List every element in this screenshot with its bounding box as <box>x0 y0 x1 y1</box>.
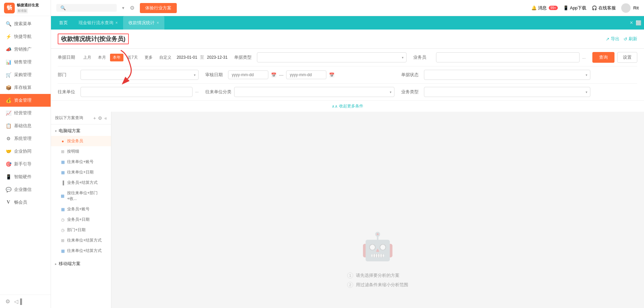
mobile-group-label: 移动端方案 <box>59 261 80 267</box>
date-tab-custom[interactable]: 自定义 <box>157 54 174 61</box>
group-arrow-right-icon: ▸ <box>55 262 57 266</box>
salesperson-more-btn[interactable]: ... <box>582 55 586 60</box>
panel-add-icon[interactable]: + <box>93 115 96 121</box>
header-actions: 🔔 消息 99+ 📱 App下载 🎧 在线客服 Rit <box>531 3 639 13</box>
scheme-item-by-salesperson[interactable]: ● 按业务员 <box>51 136 111 146</box>
table-icon-4: ▦ <box>60 207 65 212</box>
left-panel-actions: + ⚙ « <box>93 115 107 121</box>
audit-date-to-input[interactable] <box>286 70 326 79</box>
sidebar-item-quick-nav[interactable]: ⚡ 快捷导航 <box>0 30 51 43</box>
top-gear-icon[interactable]: ⚙ <box>130 5 135 11</box>
search-icon: 🔍 <box>5 21 11 27</box>
sidebar-item-search-menu[interactable]: 🔍 搜索菜单 <box>0 17 51 30</box>
date-label: 单据日期 <box>58 54 78 60</box>
cc-dropdown-icon: ▾ <box>390 90 391 94</box>
sidebar-item-enterprise[interactable]: 🤝 企业协同 <box>0 145 51 158</box>
tab-home[interactable]: 首页 <box>54 16 73 30</box>
tab-receipt-stat[interactable]: 收款情况统计 × <box>123 16 164 30</box>
biztype-select[interactable]: ▾ <box>424 87 590 97</box>
counterpart-more-btn[interactable]: ··· <box>195 90 199 94</box>
sidebar-item-finance[interactable]: 💰 资金管理 <box>0 94 51 107</box>
empty-tips: 1 请先选择要分析的方案 2 用过滤条件来缩小分析范围 <box>347 272 408 288</box>
sidebar-item-inventory[interactable]: 📦 库存核算 <box>0 81 51 94</box>
dept-select[interactable]: ▾ <box>80 70 199 80</box>
filter-area: 单据日期 上月 本月 本年 近7天 更多 自定义 2023-01-01 至 20… <box>51 49 644 100</box>
sidebar-item-basic-info[interactable]: 📋 基础信息 <box>0 119 51 132</box>
date-tab-this-year[interactable]: 本年 <box>110 54 123 61</box>
notification-area[interactable]: 🔔 消息 99+ <box>531 5 558 11</box>
sidebar-item-marketing[interactable]: 📣 营销推广 <box>0 43 51 56</box>
calendar-from-icon[interactable]: 📅 <box>271 72 276 78</box>
user-avatar <box>621 3 631 13</box>
sidebar-item-wechat[interactable]: 💬 企业微信 <box>0 183 51 196</box>
date-tab-last-month[interactable]: 上月 <box>80 54 94 61</box>
grid-icon-2: ⊞ <box>60 238 65 243</box>
salesperson-input[interactable] <box>436 52 580 62</box>
scheme-item-by-detail[interactable]: ⊞ 按明细 <box>51 146 111 157</box>
setting-button[interactable]: 设置 <box>617 52 637 63</box>
sidebar-item-guide[interactable]: 🎯 新手引导 <box>0 158 51 170</box>
date-tab-this-month[interactable]: 本月 <box>95 54 109 61</box>
trial-button[interactable]: 体验行业方案 <box>140 3 177 13</box>
scheme-item-salesperson-settlement[interactable]: ▐ 业务员+结算方式 <box>51 177 111 188</box>
sidebar-item-smart-hw[interactable]: 📱 智能硬件 <box>0 170 51 183</box>
app-download-area[interactable]: 📱 App下载 <box>563 5 586 11</box>
query-button[interactable]: 查询 <box>592 52 614 63</box>
scheme-group-mobile-header[interactable]: ▸ 移动端方案 <box>51 259 111 269</box>
doctype-label: 单据类型 <box>234 54 254 60</box>
online-service-area[interactable]: 🎧 在线客服 <box>592 5 616 11</box>
tab-close-all-icon[interactable]: × <box>630 20 633 26</box>
audit-date-from-input[interactable] <box>228 70 268 79</box>
panel-gear-icon[interactable]: ⚙ <box>98 115 102 121</box>
logo-icon: 畅 <box>4 3 15 13</box>
counterpart-filter-group: 往来单位 ··· <box>58 87 199 97</box>
scheme-item-salesperson-date[interactable]: ◷ 业务员+日期 <box>51 214 111 225</box>
scheme-group-desktop-header[interactable]: ▾ 电脑端方案 <box>51 126 111 136</box>
collapse-footer-icon[interactable]: ◁▐ <box>14 298 22 305</box>
left-panel: 按以下方案查询 + ⚙ « ▾ 电脑端方案 <box>51 112 111 308</box>
scheme-item-counterpart-settlement1[interactable]: ⊞ 往来单位+结算方式 <box>51 235 111 246</box>
scheme-item-counterpart-date[interactable]: ▦ 往来单位+日期 <box>51 167 111 177</box>
tab-close-receipt-stat[interactable]: × <box>157 20 159 25</box>
page-header-actions: ↗ 导出 ↺ 刷新 <box>606 36 637 42</box>
tab-bank-flow[interactable]: 现金银行流水查询 × <box>73 16 123 30</box>
collapse-button[interactable]: ∧∧ 收起更多条件 <box>51 100 644 112</box>
counterpart-class-select[interactable]: ▾ <box>234 87 394 97</box>
calendar-to-icon[interactable]: 📅 <box>329 72 334 78</box>
sidebar-item-vip[interactable]: V 畅会员 <box>0 196 51 209</box>
scheme-item-counterpart-settlement2[interactable]: ▦ 往来单位+结算方式 <box>51 246 111 256</box>
sidebar-item-purchase[interactable]: 🛒 采购管理 <box>0 68 51 81</box>
content-area: 按以下方案查询 + ⚙ « ▾ 电脑端方案 <box>51 112 644 308</box>
scheme-item-salesperson-account[interactable]: ▦ 业务员+账号 <box>51 204 111 214</box>
scheme-item-dept-date[interactable]: ◷ 部门+日期 <box>51 225 111 235</box>
chart-icon: ▐ <box>60 181 65 185</box>
main-panel: 🤖 1 请先选择要分析的方案 2 用过滤条件来缩小分析范围 <box>111 112 644 308</box>
group-arrow-down-icon: ▾ <box>55 129 57 133</box>
sidebar-item-operation[interactable]: 📈 经营管理 <box>0 107 51 119</box>
docstatus-select[interactable]: ▾ <box>424 70 590 80</box>
sidebar-item-system[interactable]: ⚙ 系统管理 <box>0 132 51 145</box>
date-tab-more[interactable]: 更多 <box>142 54 155 61</box>
dropdown-arrow-icon[interactable]: ▾ <box>122 5 124 10</box>
download-icon: 📱 <box>563 5 569 10</box>
tip-item-2: 2 用过滤条件来缩小分析范围 <box>347 282 408 288</box>
tab-close-bank-flow[interactable]: × <box>115 20 118 25</box>
dept-filter-group: 部门 ▾ <box>58 70 199 80</box>
header-search-bar[interactable]: 🔍 <box>56 4 117 12</box>
export-button[interactable]: ↗ 导出 <box>606 36 620 42</box>
date-from-display: 2023-01-01 <box>177 55 197 60</box>
sidebar-item-sales[interactable]: 📊 销售管理 <box>0 56 51 68</box>
settings-footer-icon[interactable]: ⚙ <box>5 298 10 305</box>
counterpart-input[interactable] <box>80 87 193 97</box>
tab-maximize-icon[interactable]: ⬜ <box>636 20 641 25</box>
date-tab-7days[interactable]: 近7天 <box>125 54 141 61</box>
scheme-item-counterpart-account[interactable]: ▦ 往来单位+账号 <box>51 157 111 167</box>
scheme-item-counterpart-dept[interactable]: ▦ 按往来单位+部门+收... <box>51 188 111 204</box>
doctype-select[interactable]: ▾ <box>257 52 407 62</box>
refresh-button[interactable]: ↺ 刷新 <box>624 36 637 42</box>
content-wrapper: 单据日期 上月 本月 本年 近7天 更多 自定义 2023-01-01 至 20… <box>51 49 644 308</box>
notification-badge: 99+ <box>549 6 558 10</box>
user-area[interactable]: Rit <box>621 3 639 13</box>
panel-collapse-icon[interactable]: « <box>104 115 107 121</box>
page-title: 收款情况统计(按业务员) <box>58 34 129 44</box>
